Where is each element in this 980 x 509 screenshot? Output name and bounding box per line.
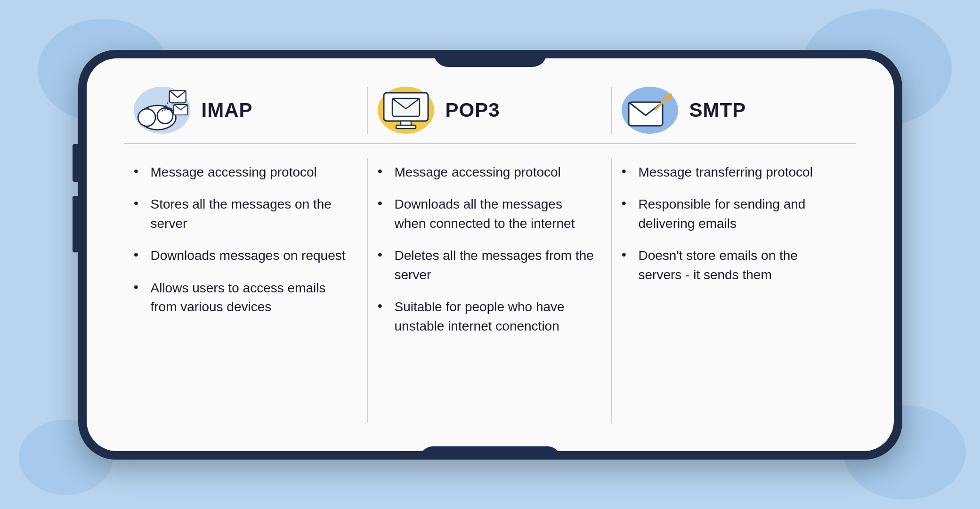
pop3-bullet-list: Message accessing protocol Downloads all… <box>378 163 597 336</box>
imap-point-3: Downloads messages on request <box>134 246 353 266</box>
smtp-icon-circle <box>622 87 678 134</box>
pop3-title: POP3 <box>445 99 500 121</box>
pop3-header-cell: POP3 <box>368 87 612 134</box>
phone-notch-top <box>434 50 547 67</box>
pop3-icon-circle <box>378 87 434 134</box>
smtp-point-1: Message transferring protocol <box>622 163 842 182</box>
smtp-bullet-list: Message transferring protocol Responsibl… <box>622 163 842 285</box>
smtp-body-col: Message transferring protocol Responsibl… <box>612 158 856 423</box>
table-body: Message accessing protocol Stores all th… <box>124 158 856 423</box>
imap-point-4: Allows users to access emails from vario… <box>134 279 353 317</box>
smtp-icon <box>624 89 676 131</box>
imap-header-cell: IMAP <box>124 87 368 134</box>
svg-point-1 <box>138 109 155 126</box>
phone-notch-bottom <box>420 446 561 460</box>
phone-side-button-top <box>73 144 78 182</box>
imap-point-1: Message accessing protocol <box>134 163 353 182</box>
phone-side-button-mid <box>73 196 78 252</box>
pop3-point-3: Deletes all the messages from the server <box>378 246 597 284</box>
imap-icon-circle <box>134 87 190 134</box>
comparison-table: IMAP <box>124 87 856 423</box>
imap-title: IMAP <box>202 99 253 121</box>
pop3-body-col: Message accessing protocol Downloads all… <box>368 158 612 423</box>
phone-screen: IMAP <box>87 58 894 451</box>
imap-body-col: Message accessing protocol Stores all th… <box>124 158 368 423</box>
smtp-title: SMTP <box>689 99 746 121</box>
imap-icon <box>134 84 190 136</box>
pop3-icon <box>380 89 432 131</box>
pop3-point-1: Message accessing protocol <box>378 163 597 182</box>
pop3-point-4: Suitable for people who have unstable in… <box>378 298 597 336</box>
smtp-point-2: Responsible for sending and delivering e… <box>622 195 842 233</box>
smtp-point-3: Doesn't store emails on the servers - it… <box>622 246 842 284</box>
imap-bullet-list: Message accessing protocol Stores all th… <box>134 163 353 317</box>
imap-point-2: Stores all the messages on the server <box>134 195 353 233</box>
phone-frame: IMAP <box>78 50 902 460</box>
smtp-header-cell: SMTP <box>612 87 856 134</box>
pop3-point-2: Downloads all the messages when connecte… <box>378 195 597 233</box>
svg-rect-9 <box>396 125 416 129</box>
table-header: IMAP <box>124 87 856 144</box>
